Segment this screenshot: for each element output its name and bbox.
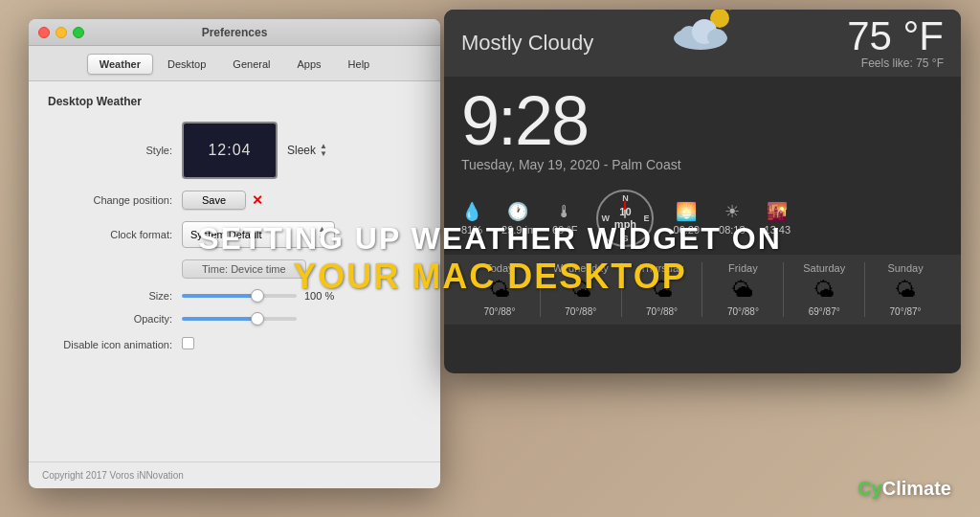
change-position-row: Change position: Save ✕ <box>48 191 421 210</box>
tab-desktop[interactable]: Desktop <box>155 54 218 75</box>
save-row: Save ✕ <box>182 191 421 210</box>
humidity-icon: 💧 <box>461 201 482 222</box>
sunset-value: 13:43 <box>765 224 791 236</box>
tab-bar: Weather Desktop General Apps Help <box>29 46 440 81</box>
preferences-window: Preferences Weather Desktop General Apps… <box>29 19 440 488</box>
style-row: Style: 12:04 Sleek ▲▼ <box>48 122 421 179</box>
weather-header: Mostly Cloudy 75 °F Feels like: 75 °F <box>444 10 961 77</box>
forecast-day-thursday: Thursday 🌤 70°/88° <box>624 262 701 317</box>
opacity-control <box>182 317 421 321</box>
size-control: 100 % <box>182 290 421 302</box>
section-title: Desktop Weather <box>48 95 421 108</box>
opacity-slider[interactable] <box>182 317 297 321</box>
save-button[interactable]: Save <box>182 191 246 210</box>
opacity-label: Opacity: <box>48 313 172 325</box>
cloud-icon <box>664 10 741 56</box>
opacity-thumb[interactable] <box>251 312 264 326</box>
change-position-label: Change position: <box>48 194 172 206</box>
compass-needle <box>624 201 626 218</box>
slider-thumb[interactable] <box>251 289 264 303</box>
disable-icon-row: Disable icon animation: <box>48 336 421 353</box>
select-arrows-icon: ▲▼ <box>318 225 326 244</box>
style-stepper[interactable]: ▲▼ <box>320 143 327 158</box>
weather-temp-main: 75 °F Feels like: 75 °F <box>847 16 944 70</box>
weather-forecast: Today 🌤 70°/88° Wednesday 🌤 70°/88° Thur… <box>444 255 961 325</box>
indoor-temp-stat: 🌡 69 °F <box>552 202 577 236</box>
clock-format-label: Clock format: <box>48 229 172 240</box>
humidity-stat: 💧 81% <box>461 201 482 236</box>
footer: Copyright 2017 Voros iNNovation <box>29 461 440 488</box>
disable-icon-control <box>182 336 421 353</box>
thermometer-icon: 🌡 <box>556 202 573 222</box>
forecast-day-wednesday: Wednesday 🌤 70°/88° <box>543 262 619 317</box>
sunset-icon: 🌇 <box>767 201 788 222</box>
sun-times: 🌅 06:29 ☀ 08:13 🌇 13:43 <box>673 201 791 236</box>
cancel-button[interactable]: ✕ <box>252 192 263 208</box>
tab-apps[interactable]: Apps <box>285 54 334 75</box>
close-button[interactable] <box>38 27 50 38</box>
solar-icon: ☀ <box>724 201 740 222</box>
forecast-day-friday: Friday 🌥 70°/88° <box>704 262 781 317</box>
brand-cy: Cy <box>858 478 882 499</box>
svg-point-6 <box>707 29 726 46</box>
forecast-day-sunday: Sunday 🌤 70°/87° <box>867 262 944 317</box>
maximize-button[interactable] <box>73 27 84 38</box>
weather-widget: Mostly Cloudy 75 °F Feels like: 75 °F 9:… <box>444 10 961 373</box>
size-slider[interactable] <box>182 294 297 298</box>
style-control: 12:04 Sleek ▲▼ <box>182 122 421 179</box>
device-time-row: Time: Device time <box>48 259 421 279</box>
prefs-content: Desktop Weather Style: 12:04 Sleek ▲▼ Ch… <box>29 81 440 461</box>
clock-format-row: Clock format: System Default ▲▼ <box>48 221 421 248</box>
disable-icon-label: Disable icon animation: <box>48 339 172 350</box>
pressure-stat: 🕐 29.9 in <box>501 201 533 236</box>
weather-stats: 💧 81% 🕐 29.9 in 🌡 69 °F N S E W 10 mph <box>444 182 961 255</box>
style-preview: 12:04 <box>182 122 278 179</box>
weather-time-section: 9:28 Tuesday, May 19, 2020 - Palm Coast <box>444 77 961 182</box>
brand-climate: Climate <box>882 478 951 499</box>
humidity-value: 81% <box>461 224 482 236</box>
forecast-day-today: Today 🌤 70°/88° <box>461 262 538 317</box>
pressure-value: 29.9 in <box>501 224 533 236</box>
solar-value: 08:13 <box>719 224 746 236</box>
brand: CyClimate <box>858 478 951 500</box>
clock-format-control: System Default ▲▼ <box>182 221 421 248</box>
clock-format-select[interactable]: System Default ▲▼ <box>182 221 335 248</box>
device-time-label: Time: Device time <box>182 259 421 279</box>
size-value: 100 % <box>304 290 334 302</box>
feels-like: Feels like: 75 °F <box>847 56 944 70</box>
minimize-button[interactable] <box>56 27 67 38</box>
window-title: Preferences <box>202 26 268 39</box>
pressure-icon: 🕐 <box>507 201 528 222</box>
size-row: Size: 100 % <box>48 290 421 302</box>
solar-stat: ☀ 08:13 <box>719 201 746 236</box>
titlebar: Preferences <box>29 19 440 46</box>
weather-time: 9:28 <box>461 86 944 155</box>
indoor-temp-value: 69 °F <box>552 224 577 236</box>
tab-weather[interactable]: Weather <box>87 54 153 75</box>
wind-compass: N S E W 10 mph <box>596 190 654 247</box>
style-label: Style: <box>48 145 172 156</box>
sunrise-value: 06:29 <box>673 224 700 236</box>
sunset-stat: 🌇 13:43 <box>765 201 791 236</box>
size-label: Size: <box>48 290 172 302</box>
tab-general[interactable]: General <box>220 54 282 75</box>
forecast-day-saturday: Saturday 🌤 69°/87° <box>786 262 862 317</box>
tab-help[interactable]: Help <box>336 54 383 75</box>
style-name[interactable]: Sleek ▲▼ <box>287 143 327 158</box>
sunrise-icon: 🌅 <box>676 201 697 222</box>
opacity-row: Opacity: <box>48 313 421 325</box>
sunrise-stat: 🌅 06:29 <box>673 201 700 236</box>
disable-icon-checkbox[interactable] <box>182 337 194 349</box>
weather-condition: Mostly Cloudy <box>461 31 593 56</box>
temperature: 75 °F <box>847 16 944 56</box>
weather-date: Tuesday, May 19, 2020 - Palm Coast <box>461 157 944 172</box>
